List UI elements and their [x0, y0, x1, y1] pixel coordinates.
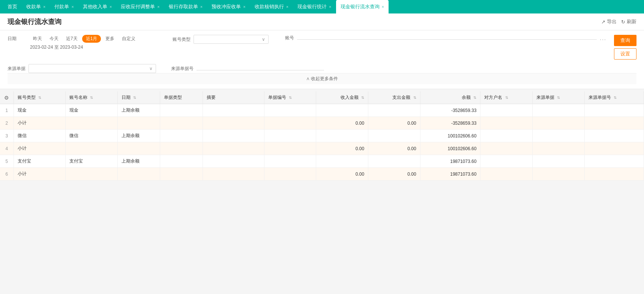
col-doc-type: 单据类型: [160, 91, 203, 104]
cell-counterpart: [480, 155, 533, 168]
cell-num: 5: [0, 155, 14, 168]
export-icon: ↗: [601, 19, 605, 25]
cell-income: 0.00: [316, 168, 368, 181]
date-yesterday[interactable]: 昨天: [30, 35, 45, 43]
table-row: 4小计0.000.00100102606.60: [0, 142, 644, 155]
export-button[interactable]: ↗ 导出: [601, 18, 617, 25]
sort-counterpart-icon[interactable]: ⇅: [505, 96, 508, 100]
date-options: 昨天 今天 近7天 近1月 更多 自定义: [30, 35, 138, 43]
cell-account-type: 支付宝: [14, 155, 66, 168]
cell-source-doc-no: [584, 117, 644, 130]
sort-date-icon[interactable]: ⇅: [133, 96, 136, 100]
col-summary: 摘要: [203, 91, 264, 104]
sort-source-doc-icon[interactable]: ⇅: [557, 96, 560, 100]
date-custom[interactable]: 自定义: [119, 35, 138, 43]
cell-source-doc-no: [584, 168, 644, 181]
cell-balance: 19871073.60: [420, 168, 480, 181]
nav-receipt-exec[interactable]: 收款核销执行 ×: [250, 0, 293, 13]
cell-source-doc: [532, 168, 584, 181]
account-more-icon[interactable]: ...: [600, 35, 606, 41]
cell-source-doc: [532, 104, 584, 117]
action-buttons: 查询 设置: [614, 35, 636, 60]
col-settings[interactable]: ⚙: [0, 91, 14, 104]
cell-date: [117, 168, 160, 181]
nav-ar-ap-adjust-close[interactable]: ×: [157, 4, 159, 9]
table-row: 3微信微信上期余额100102606.60: [0, 130, 644, 142]
date-filter-label: 日期: [8, 36, 30, 42]
cell-date: [117, 117, 160, 130]
nav-other-income-close[interactable]: ×: [110, 4, 112, 9]
sort-income-icon[interactable]: ⇅: [361, 96, 364, 100]
nav-cash-flow-query-close[interactable]: ×: [382, 4, 384, 9]
cell-account-type: 小计: [14, 168, 66, 181]
nav-bank-deposit[interactable]: 银行存取款单 ×: [164, 0, 207, 13]
cell-account-type: 小计: [14, 142, 66, 155]
date-1month[interactable]: 近1月: [82, 35, 101, 43]
table-header-row: ⚙ 账号类型 ⇅ 账号名称 ⇅ 日期 ⇅ 单据类型 摘要 单据编号: [0, 91, 644, 104]
refresh-icon: ↻: [621, 19, 625, 25]
account-type-select[interactable]: ∨: [194, 35, 269, 44]
cell-counterpart: [480, 142, 533, 155]
date-today[interactable]: 今天: [47, 35, 62, 43]
cell-income: [316, 104, 368, 117]
nav-receipt-close[interactable]: ×: [43, 4, 45, 9]
cell-doc-type: [160, 155, 203, 168]
nav-other-income[interactable]: 其他收入单 ×: [78, 0, 116, 13]
sort-account-name-icon[interactable]: ⇅: [90, 96, 93, 100]
sort-expense-icon[interactable]: ⇅: [413, 96, 416, 100]
date-7days[interactable]: 近7天: [63, 35, 81, 43]
header-actions: ↗ 导出 ↻ 刷新: [601, 18, 636, 25]
cell-summary: [203, 142, 264, 155]
nav-payment-close[interactable]: ×: [71, 4, 74, 9]
cell-date: [117, 142, 160, 155]
nav-receipt[interactable]: 收款单 ×: [22, 0, 50, 13]
cell-num: 4: [0, 142, 14, 155]
cell-num: 3: [0, 130, 14, 142]
nav-payment[interactable]: 付款单 ×: [50, 0, 78, 13]
collapse-bar[interactable]: ∧ 收起更多条件: [8, 73, 636, 84]
cell-doc-no: [264, 155, 316, 168]
cell-summary: [203, 155, 264, 168]
sort-account-type-icon[interactable]: ⇅: [38, 96, 41, 100]
cell-source-doc-no: [584, 104, 644, 117]
nav-prepay-close[interactable]: ×: [243, 4, 245, 9]
cell-date: 上期余额: [117, 155, 160, 168]
cell-source-doc-no: [584, 155, 644, 168]
cell-source-doc: [532, 142, 584, 155]
nav-receipt-exec-close[interactable]: ×: [286, 4, 288, 9]
nav-home[interactable]: 首页: [3, 0, 22, 13]
nav-prepay[interactable]: 预收冲应收单 ×: [207, 0, 250, 13]
account-input[interactable]: [297, 36, 597, 40]
query-button[interactable]: 查询: [614, 35, 636, 46]
cell-doc-type: [160, 117, 203, 130]
source-doc-label: 来源单据: [8, 66, 26, 72]
source-doc-no-input[interactable]: [197, 67, 324, 70]
cell-income: [316, 130, 368, 142]
cell-date: 上期余额: [117, 130, 160, 142]
sort-balance-icon[interactable]: ⇅: [473, 96, 476, 100]
col-expense: 支出金额 ⇅: [368, 91, 420, 104]
cell-summary: [203, 130, 264, 142]
cell-income: [316, 155, 368, 168]
source-doc-no-label: 来源单据号: [171, 66, 194, 72]
table-row: 5支付宝支付宝上期余额19871073.60: [0, 155, 644, 168]
account-type-label: 账号类型: [173, 36, 191, 43]
cell-account-name: [66, 168, 118, 181]
nav-cash-stats-close[interactable]: ×: [329, 4, 331, 9]
cell-num: 6: [0, 168, 14, 181]
page-title: 现金银行流水查询: [8, 17, 62, 26]
nav-bank-deposit-close[interactable]: ×: [200, 4, 203, 9]
nav-cash-flow-query[interactable]: 现金银行流水查询 ×: [336, 0, 389, 13]
settings-icon[interactable]: ⚙: [4, 95, 9, 101]
sort-source-doc-no-icon[interactable]: ⇅: [614, 96, 617, 100]
refresh-button[interactable]: ↻ 刷新: [621, 18, 636, 25]
date-more[interactable]: 更多: [102, 35, 117, 43]
nav-cash-stats[interactable]: 现金银行统计 ×: [293, 0, 336, 13]
source-doc-select[interactable]: ∨: [29, 64, 156, 73]
cell-doc-no: [264, 168, 316, 181]
sort-doc-no-icon[interactable]: ⇅: [289, 96, 292, 100]
nav-ar-ap-adjust[interactable]: 应收应付调整单 ×: [116, 0, 164, 13]
data-table-container: ⚙ 账号类型 ⇅ 账号名称 ⇅ 日期 ⇅ 单据类型 摘要 单据编号: [0, 91, 644, 181]
cell-summary: [203, 104, 264, 117]
set-button[interactable]: 设置: [614, 48, 636, 60]
